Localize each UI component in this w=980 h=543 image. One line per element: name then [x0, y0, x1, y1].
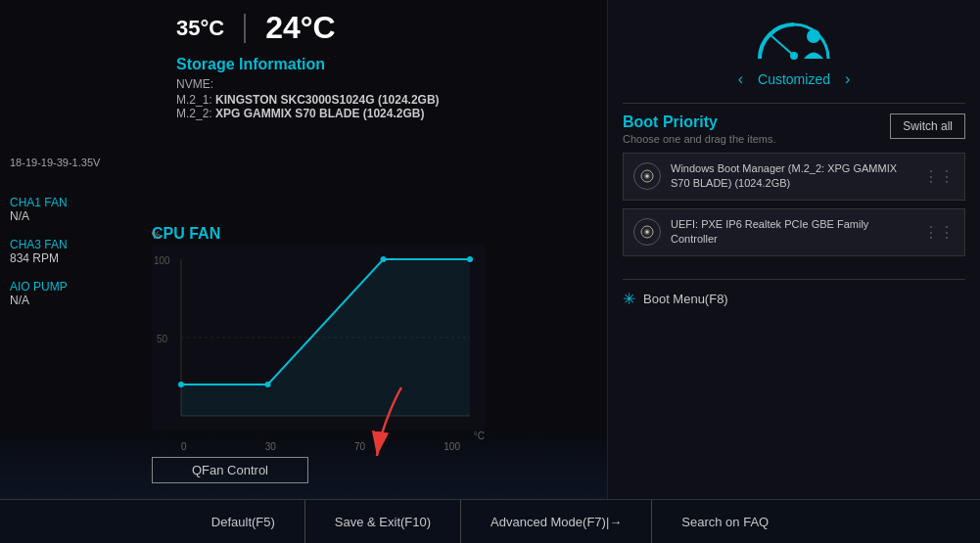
customized-nav: ‹ Customized › — [738, 70, 851, 88]
speedometer-widget: ‹ Customized › — [623, 15, 965, 88]
speedometer-icon — [750, 15, 838, 68]
storage-title: Storage Information — [176, 56, 587, 73]
svg-point-6 — [646, 175, 649, 178]
mb-temp: 24°C — [265, 10, 336, 46]
arrow-indicator — [372, 383, 431, 465]
svg-line-1 — [770, 34, 794, 56]
boot-item-1[interactable]: UEFI: PXE IP6 Realtek PCIe GBE Family Co… — [623, 208, 965, 256]
fan-cha3: CHA3 FAN 834 RPM — [10, 238, 68, 265]
boot-item-icon-0 — [633, 162, 661, 190]
advanced-mode-button[interactable]: Advanced Mode(F7)|→ — [461, 500, 652, 543]
boot-item-0[interactable]: Windows Boot Manager (M.2_2: XPG GAMMIX … — [623, 153, 965, 201]
search-faq-button[interactable]: Search on FAQ — [652, 500, 798, 543]
bottom-bar: Default(F5) Save & Exit(F10) Advanced Mo… — [0, 499, 980, 543]
chart-y-label: % — [152, 230, 161, 241]
right-panel: ‹ Customized › Boot Priority Choose one … — [607, 0, 980, 543]
boot-priority-header: Boot Priority Choose one and drag the it… — [623, 113, 965, 145]
ram-timing: 18-19-19-39-1.35V — [10, 157, 100, 168]
qfan-button[interactable]: QFan Control — [152, 457, 308, 483]
storage-item-1: M.2_2: XPG GAMMIX S70 BLADE (1024.2GB) — [176, 107, 587, 120]
svg-point-9 — [646, 231, 649, 234]
boot-priority-title: Boot Priority — [623, 113, 776, 131]
cpu-fan-section: CPU FAN % °C 0 30 70 100 QFan Control — [152, 225, 514, 483]
nav-left-arrow[interactable]: ‹ — [738, 70, 743, 88]
boot-item-text-1: UEFI: PXE IP6 Realtek PCIe GBE Family Co… — [671, 217, 913, 248]
fan-section: CHA1 FAN N/A CHA3 FAN 834 RPM AIO PUMP N… — [10, 196, 68, 322]
default-button[interactable]: Default(F5) — [182, 500, 305, 543]
boot-priority-titles: Boot Priority Choose one and drag the it… — [623, 113, 776, 145]
save-exit-button[interactable]: Save & Exit(F10) — [305, 500, 461, 543]
x-axis-labels: 0 30 70 100 — [152, 441, 485, 452]
boot-menu-text: Boot Menu(F8) — [643, 292, 728, 306]
fan-aio: AIO PUMP N/A — [10, 280, 68, 307]
storage-nvme-label: NVME: — [176, 77, 587, 91]
cpu-temp: 35°C — [176, 16, 224, 41]
fan-chart-canvas — [152, 245, 485, 430]
boot-item-text-0: Windows Boot Manager (M.2_2: XPG GAMMIX … — [671, 161, 913, 192]
storage-item-0: M.2_1: KINGSTON SKC3000S1024G (1024.2GB) — [176, 93, 587, 107]
switch-all-button[interactable]: Switch all — [890, 113, 965, 139]
svg-point-2 — [790, 52, 798, 60]
nav-right-arrow[interactable]: › — [845, 70, 850, 88]
boot-item-drag-0: ⋮⋮ — [923, 167, 955, 186]
customized-label: Customized — [758, 71, 830, 87]
boot-menu-section: ✳ Boot Menu(F8) — [623, 279, 965, 308]
boot-item-drag-1: ⋮⋮ — [923, 223, 955, 242]
storage-section: Storage Information NVME: M.2_1: KINGSTO… — [20, 56, 587, 120]
boot-priority-section: Boot Priority Choose one and drag the it… — [623, 103, 965, 264]
fan-cha1: CHA1 FAN N/A — [10, 196, 68, 223]
boot-item-icon-1 — [633, 218, 661, 246]
snowflake-icon: ✳ — [623, 290, 635, 308]
boot-menu-label[interactable]: ✳ Boot Menu(F8) — [623, 290, 965, 308]
boot-priority-subtitle: Choose one and drag the items. — [623, 133, 776, 145]
svg-point-3 — [807, 29, 820, 43]
cpu-fan-title: CPU FAN — [152, 225, 514, 243]
chart-celsius: °C — [152, 430, 485, 441]
